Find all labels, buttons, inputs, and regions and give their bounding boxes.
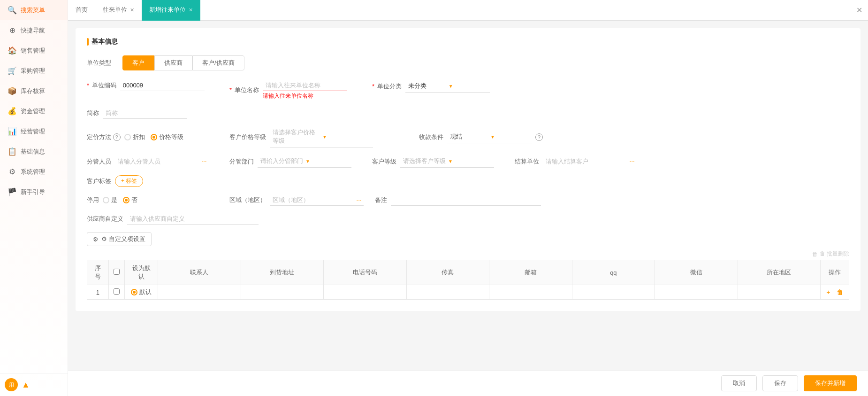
customer-level-placeholder: 请选择客户等级 [403, 157, 446, 165]
address-input[interactable] [246, 289, 319, 296]
contact-input[interactable] [163, 289, 236, 296]
field-short-name: 简称 [87, 108, 218, 119]
tab-new-partner[interactable]: 新增往来单位 ✕ [142, 0, 200, 21]
field-customer-tags: 客户标签 + 标签 [87, 175, 218, 187]
tab-partner-close[interactable]: ✕ [130, 7, 134, 13]
customer-price-level-select[interactable]: 请选择客户价格等级 ▼ [270, 126, 373, 148]
default-radio[interactable]: 默认 [129, 288, 153, 296]
sidebar-item-label: 销售管理 [21, 47, 45, 55]
title-bar [87, 38, 89, 46]
sidebar-item-label: 资金管理 [21, 107, 45, 116]
sidebar-item-finance[interactable]: 💰 资金管理 [0, 101, 68, 121]
type-btn-customer[interactable]: 客户 [122, 55, 154, 70]
qq-input[interactable] [577, 289, 650, 296]
chevron-down-icon: ▼ [305, 159, 349, 164]
sidebar-item-purchase[interactable]: 🛒 采购管理 [0, 61, 68, 81]
unit-code-input[interactable] [120, 80, 205, 91]
col-contact: 联系人 [158, 260, 241, 285]
section-title-text: 基本信息 [91, 38, 118, 46]
sidebar-item-system[interactable]: ⚙ 系统管理 [0, 162, 68, 182]
close-all-button[interactable]: ✕ [851, 0, 868, 20]
department-select[interactable]: 请输入分管部门 ▼ [258, 155, 351, 168]
sidebar-item-sales[interactable]: 🏠 销售管理 [0, 40, 68, 61]
settlement-unit-input[interactable] [543, 156, 627, 167]
radio-disabled-yes[interactable]: 是 [103, 196, 117, 204]
table-header-row: 序号 设为默认 联系人 到货地址 电话号码 传真 邮箱 qq 微信 所在地区 [87, 260, 849, 285]
sidebar-item-label: 基础信息 [21, 148, 45, 156]
short-name-input[interactable] [103, 108, 187, 119]
settlement-unit-dots-button[interactable]: ··· [627, 157, 637, 165]
col-seq: 序号 [87, 260, 109, 285]
inventory-icon: 📦 [8, 86, 17, 95]
unit-name-input[interactable] [263, 80, 347, 91]
customer-price-level-placeholder: 请选择客户价格等级 [273, 128, 320, 145]
sidebar-item-search[interactable]: 🔍 搜索菜单 [0, 0, 68, 20]
sidebar-item-inventory[interactable]: 📦 库存核算 [0, 81, 68, 101]
unit-name-error: 请输入往来单位名称 [263, 92, 347, 100]
save-button[interactable]: 保存 [762, 375, 798, 391]
sidebar-item-guide[interactable]: 🏴 新手引导 [0, 182, 68, 202]
field-unit-name: * 单位名称 请输入往来单位名称 [229, 80, 361, 100]
custom-settings-row: ⚙ ⚙ 自定义项设置 [87, 232, 849, 246]
radio-price-level[interactable]: 价格等级 [151, 133, 183, 141]
sidebar-expand-icon[interactable]: ▲ [22, 380, 30, 390]
unit-type-label: 单位类型 [87, 59, 111, 67]
unit-category-select[interactable]: 未分类 ▼ [405, 80, 490, 93]
manager-dots-button[interactable]: ··· [199, 157, 209, 165]
delete-row-button[interactable]: 🗑 [836, 287, 844, 297]
field-manager: 分管人员 ··· [87, 156, 218, 167]
remarks-input[interactable] [391, 194, 541, 206]
row-disabled-region: 停用 是 否 区域（地区） [87, 194, 849, 206]
field-disabled: 停用 是 否 [87, 196, 218, 204]
guide-icon: 🏴 [8, 187, 17, 196]
sales-icon: 🏠 [8, 46, 17, 55]
phone-input[interactable] [328, 289, 401, 296]
payment-help-icon[interactable]: ? [535, 133, 543, 141]
region-dots-button[interactable]: ··· [354, 196, 364, 204]
manager-label: 分管人员 [87, 157, 111, 166]
contacts-table: 序号 设为默认 联系人 到货地址 电话号码 传真 邮箱 qq 微信 所在地区 [87, 260, 849, 300]
custom-settings-button[interactable]: ⚙ ⚙ 自定义项设置 [87, 232, 152, 246]
batch-delete-button[interactable]: 🗑 🗑 批量删除 [812, 250, 849, 258]
sidebar-item-basic[interactable]: 📋 基础信息 [0, 141, 68, 162]
payment-terms-select[interactable]: 现结 ▼ [447, 131, 532, 143]
pricing-help-icon[interactable]: ? [113, 133, 121, 141]
save-new-button[interactable]: 保存并新增 [804, 375, 857, 391]
add-row-button[interactable]: + [825, 287, 831, 297]
tab-new-partner-close[interactable]: ✕ [189, 7, 193, 13]
add-tag-button[interactable]: + 标签 [115, 175, 143, 187]
field-unit-code: * 单位编码 [87, 80, 218, 91]
cancel-button[interactable]: 取消 [721, 375, 757, 391]
search-icon: 🔍 [8, 6, 17, 15]
chevron-down-icon: ▼ [490, 134, 529, 140]
tab-partner-label: 往来单位 [103, 6, 127, 14]
table-row: 1 默认 [87, 285, 849, 300]
supplier-custom-input[interactable] [127, 213, 259, 225]
sidebar-item-operations[interactable]: 📊 经营管理 [0, 121, 68, 141]
select-all-checkbox[interactable] [114, 269, 120, 275]
wechat-input[interactable] [660, 289, 732, 296]
chevron-down-icon: ▼ [448, 159, 491, 164]
row-checkbox[interactable] [114, 288, 120, 295]
region-input[interactable] [270, 194, 354, 205]
remarks-label: 备注 [375, 196, 387, 204]
customer-level-select[interactable]: 请选择客户等级 ▼ [400, 155, 494, 168]
location-input[interactable] [743, 289, 815, 296]
trash-icon: 🗑 [812, 251, 818, 257]
fax-input[interactable] [411, 289, 484, 296]
email-input[interactable] [494, 289, 567, 296]
sidebar-item-label: 库存核算 [21, 87, 45, 95]
manager-input[interactable] [115, 156, 199, 167]
sidebar-item-quicknav[interactable]: ⊕ 快捷导航 [0, 20, 68, 40]
tab-home[interactable]: 首页 [68, 0, 95, 21]
type-btn-supplier[interactable]: 供应商 [154, 55, 192, 70]
tab-partner[interactable]: 往来单位 ✕ [95, 0, 142, 21]
col-fax: 传真 [406, 260, 489, 285]
field-department: 分管部门 请输入分管部门 ▼ [229, 155, 361, 168]
radio-disabled-no[interactable]: 否 [123, 196, 137, 204]
row-supplier-custom: 供应商自定义 [87, 213, 849, 225]
cell-actions: + 🗑 [821, 285, 849, 300]
type-btn-both[interactable]: 客户/供应商 [192, 55, 244, 70]
department-label: 分管部门 [229, 157, 254, 166]
radio-discount[interactable]: 折扣 [124, 133, 145, 141]
